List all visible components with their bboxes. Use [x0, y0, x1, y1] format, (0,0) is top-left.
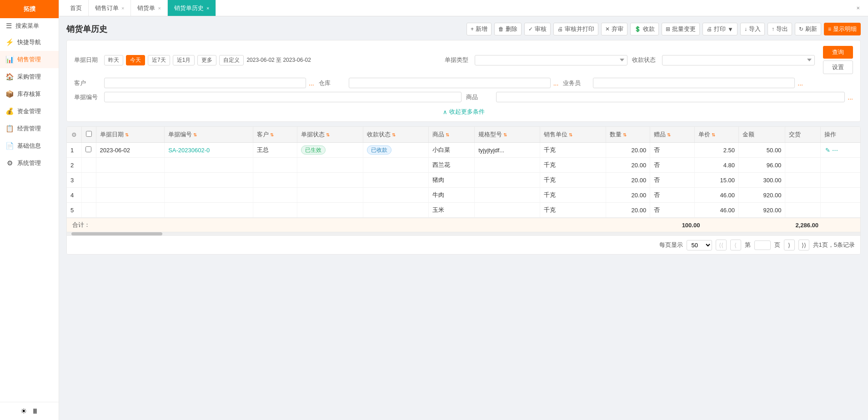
table-footer: 合计： 100.00 2,286.00 — [67, 218, 860, 232]
import-button[interactable]: ↓ 导入 — [740, 23, 765, 35]
sidebar-item-operations[interactable]: 📋 经营管理 — [0, 120, 59, 137]
print-button[interactable]: 🖨 打印 ▼ — [702, 23, 738, 35]
th-spec[interactable]: 规格型号 ⇅ — [475, 127, 540, 143]
sales-ellipsis[interactable]: ... — [798, 80, 803, 87]
cell-checkbox[interactable] — [81, 173, 96, 188]
revoke-icon: ✕ — [605, 26, 610, 32]
tab-sales-outbound-close[interactable]: × — [158, 5, 161, 11]
page-first-btn[interactable]: ⟨⟨ — [716, 240, 727, 250]
date-7days-btn[interactable]: 近7天 — [148, 55, 170, 65]
scrollbar-thumb[interactable] — [71, 232, 162, 235]
operations-icon: 📋 — [5, 125, 14, 133]
sidebar-item-basic-info[interactable]: 📄 基础信息 — [0, 137, 59, 155]
customer-ellipsis[interactable]: ... — [309, 80, 314, 87]
tab-sales-history-close[interactable]: × — [206, 5, 209, 11]
date-yesterday-btn[interactable]: 昨天 — [104, 55, 123, 65]
date-1month-btn[interactable]: 近1月 — [173, 55, 195, 65]
collapse-button[interactable]: ∧ 收起更多条件 — [443, 108, 485, 116]
sidebar-item-system[interactable]: ⚙ 系统管理 — [0, 155, 59, 172]
th-docno[interactable]: 单据编号 ⇅ — [165, 127, 253, 143]
sidebar-item-sales[interactable]: 📊 销售管理 — [0, 51, 59, 68]
warehouse-ellipsis[interactable]: ... — [553, 80, 559, 87]
cell-qty: 20.00 — [606, 203, 650, 218]
page-last-btn[interactable]: ⟩⟩ — [798, 240, 809, 250]
more-action-btn[interactable]: ⋯ — [831, 147, 839, 154]
sidebar-item-inventory[interactable]: 📦 库存核算 — [0, 85, 59, 103]
search-icon: ☰ — [5, 22, 13, 30]
page-next-btn[interactable]: ⟩ — [784, 240, 795, 250]
docno-link[interactable]: SA-20230602-0 — [168, 147, 210, 154]
th-pay-status[interactable]: 收款状态 ⇅ — [363, 127, 428, 143]
edit-action-btn[interactable]: ✎ — [824, 147, 831, 154]
th-gift[interactable]: 赠品 ⇅ — [650, 127, 694, 143]
cell-checkbox[interactable] — [81, 143, 96, 158]
cell-checkbox[interactable] — [81, 188, 96, 203]
cell-date: 2023-06-02 — [96, 143, 165, 158]
th-customer[interactable]: 客户 ⇅ — [253, 127, 297, 143]
delete-icon: 🗑 — [498, 26, 504, 32]
th-settings[interactable]: ⚙ — [67, 127, 81, 143]
sidebar-item-quick-nav[interactable]: ⚡ 快捷导航 — [0, 34, 59, 51]
cell-gift: 否 — [650, 188, 694, 203]
warehouse-input[interactable] — [349, 78, 551, 88]
sidebar-item-purchase[interactable]: 🏠 采购管理 — [0, 68, 59, 85]
revoke-button[interactable]: ✕ 弃审 — [601, 23, 627, 35]
th-price[interactable]: 单价 ⇅ — [694, 127, 738, 143]
th-checkbox[interactable] — [81, 127, 96, 143]
row-checkbox[interactable] — [85, 146, 91, 152]
tab-sales-order-close[interactable]: × — [121, 5, 124, 11]
page-size-select[interactable]: 50 100 200 — [687, 240, 712, 250]
th-date[interactable]: 单据日期 ⇅ — [96, 127, 165, 143]
export-button[interactable]: ↑ 导出 — [768, 23, 792, 35]
import-icon: ↓ — [744, 26, 747, 32]
query-button[interactable]: 查询 — [823, 46, 853, 59]
page-title: 销货单历史 — [66, 24, 107, 35]
batch-change-button[interactable]: ⊞ 批量变更 — [662, 23, 700, 35]
goods-ellipsis[interactable]: ... — [848, 94, 853, 101]
cell-checkbox[interactable] — [81, 158, 96, 173]
window-close-btn[interactable]: × — [853, 4, 863, 12]
approve-button[interactable]: ✓ 审核 — [524, 23, 551, 35]
delete-button[interactable]: 🗑 删除 — [494, 23, 522, 35]
show-detail-button[interactable]: ≡ 显示明细 — [824, 23, 861, 35]
cell-checkbox[interactable] — [81, 203, 96, 218]
th-qty[interactable]: 数量 ⇅ — [606, 127, 650, 143]
tab-sales-order[interactable]: 销售订单 × — [89, 0, 131, 16]
date-more-btn[interactable]: 更多 — [197, 55, 216, 65]
page-size-label: 每页显示 — [659, 241, 683, 249]
docno-input[interactable] — [104, 92, 462, 102]
tab-sales-history[interactable]: 销货单历史 × — [168, 0, 216, 16]
page-prev-btn[interactable]: ⟨ — [730, 240, 741, 250]
pay-status-select[interactable] — [662, 55, 815, 65]
date-today-btn[interactable]: 今天 — [126, 55, 145, 65]
date-custom-btn[interactable]: 自定义 — [219, 55, 244, 65]
th-goods[interactable]: 商品 ⇅ — [429, 127, 475, 143]
filter-settings-button[interactable]: 设置 — [823, 60, 853, 74]
sidebar-item-search[interactable]: ☰ 搜索菜单 — [0, 18, 59, 34]
sidebar-item-finance[interactable]: 💰 资金管理 — [0, 103, 59, 120]
customer-input[interactable] — [104, 78, 306, 88]
approve-print-button[interactable]: 🖨 审核并打印 — [553, 23, 598, 35]
select-all-checkbox[interactable] — [86, 131, 92, 137]
th-unit[interactable]: 销售单位 ⇅ — [540, 127, 606, 143]
footer-total-amount: 2,286.00 — [795, 222, 818, 229]
th-doc-status[interactable]: 单据状态 ⇅ — [297, 127, 363, 143]
sales-input[interactable] — [593, 78, 795, 88]
tab-home[interactable]: 首页 — [64, 0, 89, 16]
refresh-button[interactable]: ↻ 刷新 — [795, 23, 821, 35]
new-button[interactable]: + 新增 — [467, 23, 492, 35]
page-input[interactable]: 1 — [754, 240, 771, 250]
goods-input[interactable] — [496, 92, 845, 102]
table-settings-icon[interactable]: ⚙ — [71, 131, 77, 138]
sidebar-item-label: 资金管理 — [17, 107, 41, 115]
sidebar-bottom-icon2[interactable]: ⏸ — [31, 407, 39, 415]
tab-sales-outbound[interactable]: 销货单 × — [131, 0, 167, 16]
sidebar-bottom-icon1[interactable]: ☀ — [20, 407, 27, 415]
cell-actions — [820, 203, 860, 218]
cell-qty: 20.00 — [606, 143, 650, 158]
type-select[interactable] — [475, 55, 627, 65]
cell-qty: 20.00 — [606, 188, 650, 203]
sort-spec-icon: ⇅ — [503, 132, 507, 137]
collect-button[interactable]: 💲 收款 — [630, 23, 659, 35]
horizontal-scrollbar[interactable] — [67, 232, 860, 235]
